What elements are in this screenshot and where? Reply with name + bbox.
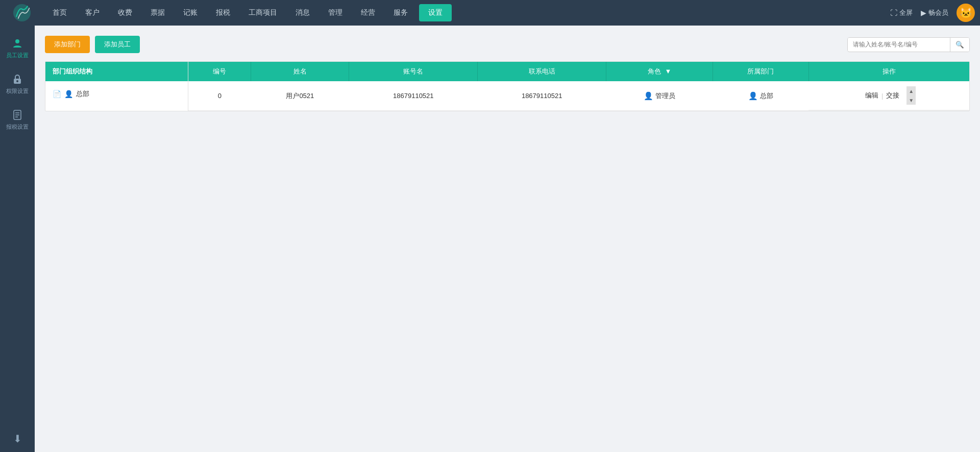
nav-fees[interactable]: 收费 <box>109 0 141 26</box>
nav-operation[interactable]: 经营 <box>352 0 384 26</box>
scroll-up-btn[interactable]: ▲ <box>906 86 916 96</box>
nav-accounting[interactable]: 记账 <box>174 0 207 26</box>
report-icon <box>12 109 23 121</box>
avatar[interactable]: 🐱 <box>957 4 975 22</box>
scroll-arrows: ▲ ▼ <box>906 86 916 105</box>
sidebar-item-taxsettings[interactable]: 报税设置 <box>0 102 35 138</box>
col-header-name: 姓名 <box>251 62 349 81</box>
dept-tree: 部门组织结构 📄 👤 总部 <box>45 62 188 111</box>
sidebar-item-employee[interactable]: 员工设置 <box>0 31 35 66</box>
transfer-link[interactable]: 交接 <box>886 91 899 100</box>
search-button[interactable]: 🔍 <box>950 38 969 52</box>
nav-tax[interactable]: 报税 <box>207 0 239 26</box>
table-row: 0 用户0521 18679110521 18679110521 👤 管理员 👤… <box>188 81 969 111</box>
nav-service[interactable]: 服务 <box>384 0 417 26</box>
toolbar: 添加部门 添加员工 🔍 <box>45 36 970 53</box>
member-btn[interactable]: ▶ 畅会员 <box>921 8 948 17</box>
nav-message[interactable]: 消息 <box>286 0 319 26</box>
dept-tree-item-root[interactable]: 📄 👤 总部 <box>51 86 183 102</box>
sidebar-item-permissions[interactable]: 权限设置 <box>0 66 35 102</box>
sidebar-item-employee-label: 员工设置 <box>6 52 29 59</box>
sidebar-bottom: ⬇ <box>0 425 35 452</box>
nav-invoices[interactable]: 票据 <box>141 0 174 26</box>
cell-id: 0 <box>188 81 251 111</box>
dept-root-label: 总部 <box>76 89 89 99</box>
col-header-phone: 联系电话 <box>478 62 606 81</box>
nav-customer[interactable]: 客户 <box>76 0 109 26</box>
cell-name: 用户0521 <box>251 81 349 111</box>
search-box: 🔍 <box>847 37 970 52</box>
search-input[interactable] <box>848 38 950 51</box>
cell-dept: 👤 总部 <box>713 81 808 111</box>
sidebar-item-permissions-label: 权限设置 <box>6 87 29 95</box>
main-content: 添加部门 添加员工 🔍 部门组织结构 📄 👤 总部 <box>35 26 980 452</box>
member-label: 畅会员 <box>928 8 948 17</box>
person-icon <box>12 38 23 49</box>
edit-link[interactable]: 编辑 <box>865 91 878 100</box>
cell-actions: 编辑 | 交接 ▲ ▼ <box>808 81 969 110</box>
nav-right: ⛶ 全屏 ▶ 畅会员 🐱 <box>890 4 975 22</box>
nav-business[interactable]: 工商项目 <box>239 0 286 26</box>
cell-account: 18679110521 <box>349 81 478 111</box>
nav-home[interactable]: 首页 <box>43 0 76 26</box>
file-icon: 📄 <box>53 90 61 98</box>
col-header-dept: 所属部门 <box>713 62 808 81</box>
fullscreen-icon: ⛶ <box>890 9 897 17</box>
col-header-role: 角色 ▼ <box>606 62 713 81</box>
nav-items: 首页 客户 收费 票据 记账 报税 工商项目 消息 管理 经营 服务 设置 <box>43 0 890 26</box>
emp-data-table: 编号 姓名 账号名 联系电话 角色 ▼ 所属部门 操作 <box>188 62 969 111</box>
dept-person-icon: 👤 <box>748 91 758 101</box>
layout: 员工设置 权限设置 报税设置 <box>0 26 980 452</box>
dept-tree-body: 📄 👤 总部 <box>45 81 188 107</box>
add-employee-button[interactable]: 添加员工 <box>95 36 140 53</box>
dept-label: 总部 <box>760 91 773 101</box>
fullscreen-label: 全屏 <box>899 8 913 17</box>
sidebar-item-taxsettings-label: 报税设置 <box>6 123 29 131</box>
role-label: 管理员 <box>655 91 675 101</box>
dept-tree-header: 部门组织结构 <box>45 62 188 81</box>
sidebar: 员工设置 权限设置 报税设置 <box>0 26 35 452</box>
scroll-down-btn[interactable]: ▼ <box>906 96 916 105</box>
svg-point-1 <box>15 39 19 43</box>
top-nav: 首页 客户 收费 票据 记账 报税 工商项目 消息 管理 经营 服务 设置 ⛶ … <box>0 0 980 26</box>
svg-point-3 <box>16 80 18 82</box>
add-dept-button[interactable]: 添加部门 <box>45 36 90 53</box>
cell-phone: 18679110521 <box>478 81 606 111</box>
employee-table: 编号 姓名 账号名 联系电话 角色 ▼ 所属部门 操作 <box>188 62 969 111</box>
fullscreen-btn[interactable]: ⛶ 全屏 <box>890 8 913 17</box>
col-header-id: 编号 <box>188 62 251 81</box>
download-icon[interactable]: ⬇ <box>13 433 22 445</box>
person-icon-yellow: 👤 <box>64 90 73 98</box>
search-icon: 🔍 <box>955 41 964 49</box>
col-header-action: 操作 <box>808 62 969 81</box>
lock-icon <box>12 74 23 85</box>
play-icon: ▶ <box>921 9 926 17</box>
role-person-icon: 👤 <box>644 91 653 101</box>
content-area: 部门组织结构 📄 👤 总部 编号 姓名 账号名 <box>45 61 970 111</box>
cell-role: 👤 管理员 <box>606 81 713 111</box>
col-header-account: 账号名 <box>349 62 478 81</box>
filter-icon[interactable]: ▼ <box>665 67 672 75</box>
nav-manage[interactable]: 管理 <box>319 0 352 26</box>
nav-settings[interactable]: 设置 <box>419 4 452 21</box>
table-header-row: 编号 姓名 账号名 联系电话 角色 ▼ 所属部门 操作 <box>188 62 969 81</box>
logo <box>5 4 38 22</box>
